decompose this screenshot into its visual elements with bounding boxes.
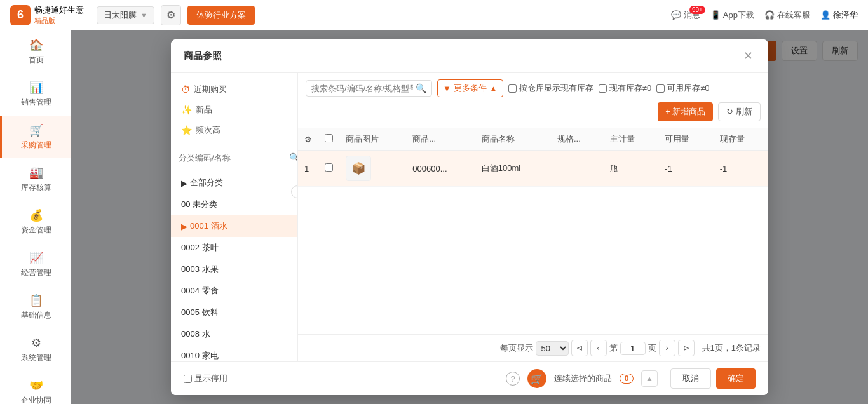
- help-icon[interactable]: ?: [506, 372, 520, 386]
- page-number-input[interactable]: [620, 342, 646, 355]
- footer-actions: 取消 确定: [670, 368, 756, 389]
- page-info: 共1页，1条记录: [702, 342, 761, 354]
- sidebar: 🏠 首页 📊 销售管理 🛒 采购管理 🏭 库存核算 💰 资金管理 📈 经营管理 …: [0, 30, 71, 404]
- sidebar-item-system[interactable]: ⚙ 系统管理: [0, 328, 71, 371]
- gear-icon: ⚙: [166, 9, 175, 21]
- service-item[interactable]: 🎧 在线客服: [764, 10, 810, 21]
- next-page-button[interactable]: ›: [659, 340, 675, 356]
- category-search: 🔍: [171, 147, 297, 168]
- sidebar-item-inventory[interactable]: 🏭 库存核算: [0, 158, 71, 201]
- row-unit: 瓶: [604, 151, 658, 187]
- sidebar-item-label: 采购管理: [21, 140, 51, 151]
- modal-close-button[interactable]: ✕: [740, 48, 756, 64]
- show-disabled-label[interactable]: 显示停用: [184, 373, 227, 384]
- nav-right: 💬 消息 99+ 📱 App下载 🎧 在线客服 👤 徐泽华: [671, 10, 858, 21]
- app-download-item[interactable]: 📱 App下载: [710, 10, 754, 21]
- th-unit[interactable]: 主计量: [604, 128, 658, 151]
- collapse-cart-button[interactable]: ▲: [641, 370, 658, 387]
- cancel-button[interactable]: 取消: [670, 368, 711, 389]
- product-search-icon[interactable]: 🔍: [416, 83, 426, 93]
- modal-overlay: 商品参照 ✕ ⏱ 近期购买 ✨ 新品: [71, 30, 868, 404]
- sidebar-item-label: 销售管理: [21, 97, 51, 108]
- sales-icon: 📊: [29, 81, 43, 95]
- add-product-button[interactable]: + 新增商品: [658, 102, 713, 121]
- new-icon: ✨: [181, 105, 192, 115]
- sidebar-item-enterprise[interactable]: 🤝 企业协同: [0, 371, 71, 404]
- sidebar-item-label: 首页: [29, 55, 44, 65]
- quick-item-new[interactable]: ✨ 新品: [171, 100, 297, 120]
- checkbox-warehouse[interactable]: 按仓库显示现有库存: [508, 83, 593, 94]
- sidebar-item-label: 基础信息: [21, 310, 51, 321]
- cat-item-1[interactable]: ▶ 0001 酒水: [171, 215, 297, 237]
- frequent-icon: ⭐: [181, 125, 192, 135]
- category-search-input[interactable]: [179, 153, 285, 163]
- th-image: 商品图片: [339, 128, 406, 151]
- available-checkbox[interactable]: [656, 84, 665, 93]
- cat-item-7[interactable]: 0010 家电: [171, 345, 297, 361]
- cat-item-4[interactable]: 0004 零食: [171, 280, 297, 302]
- sidebar-item-label: 经营管理: [21, 267, 51, 278]
- row-index: 1: [298, 151, 318, 187]
- recent-icon: ⏱: [181, 84, 190, 95]
- warehouse-checkbox[interactable]: [508, 84, 517, 93]
- pagination-bar: 每页显示 50 10 20 100 ⊲ ‹ 第 页: [298, 334, 768, 361]
- message-icon-item[interactable]: 💬 消息 99+: [671, 10, 700, 21]
- sidebar-item-label: 系统管理: [21, 353, 51, 363]
- first-page-button[interactable]: ⊲: [571, 340, 588, 356]
- sidebar-item-sales[interactable]: 📊 销售管理: [0, 73, 71, 116]
- category-panel: ⏱ 近期购买 ✨ 新品 ⭐ 频次高: [171, 73, 298, 361]
- filter-arrow-icon: ▲: [489, 84, 498, 93]
- sidebar-item-operations[interactable]: 📈 经营管理: [0, 243, 71, 286]
- quick-item-frequent[interactable]: ⭐ 频次高: [171, 120, 297, 140]
- modal-title: 商品参照: [184, 50, 222, 62]
- cart-button[interactable]: 🛒: [527, 369, 546, 388]
- checkbox-existing[interactable]: 现有库存≠0: [599, 83, 651, 94]
- row-available: -1: [658, 151, 713, 187]
- product-search-box: 🔍: [306, 80, 432, 97]
- quick-item-recent[interactable]: ⏱ 近期购买: [171, 79, 297, 100]
- cat-item-0[interactable]: 00 未分类: [171, 194, 297, 215]
- purchase-icon: 🛒: [29, 123, 43, 137]
- th-available[interactable]: 可用量: [658, 128, 713, 151]
- topnav: 6 畅捷通好生意 精品版 日太阳膜 ▼ ⚙ 体验行业方案 💬 消息 99+ 📱 …: [0, 0, 868, 30]
- product-toolbar: 🔍 ▼ 更多条件 ▲ 按仓库显示现有库存: [298, 73, 768, 128]
- cat-item-2[interactable]: 0002 茶叶: [171, 237, 297, 259]
- filter-icon: ▼: [443, 84, 451, 93]
- user-avatar[interactable]: 👤 徐泽华: [820, 10, 858, 21]
- per-page-select[interactable]: 50 10 20 100: [536, 341, 569, 356]
- experience-button[interactable]: 体验行业方案: [187, 6, 255, 25]
- select-all-checkbox[interactable]: [325, 134, 333, 142]
- row-select-checkbox[interactable]: [325, 163, 333, 172]
- existing-checkbox[interactable]: [599, 84, 607, 93]
- nav-dropdown[interactable]: 日太阳膜 ▼: [97, 6, 154, 24]
- cat-item-5[interactable]: 0005 饮料: [171, 302, 297, 323]
- sidebar-item-purchase[interactable]: 🛒 采购管理: [0, 116, 71, 158]
- prev-page-button[interactable]: ‹: [590, 340, 607, 356]
- more-filter-button[interactable]: ▼ 更多条件 ▲: [437, 79, 503, 97]
- sidebar-item-home[interactable]: 🏠 首页: [0, 30, 71, 73]
- th-stock[interactable]: 现存量: [714, 128, 768, 151]
- product-image: 📦: [346, 156, 371, 181]
- sidebar-item-label: 资金管理: [21, 225, 51, 236]
- product-search-input[interactable]: [311, 84, 413, 93]
- page-unit: 页: [648, 342, 656, 354]
- cat-item-6[interactable]: 0008 水: [171, 323, 297, 345]
- last-page-button[interactable]: ⊳: [678, 340, 695, 356]
- checkbox-available[interactable]: 可用库存≠0: [656, 83, 709, 94]
- confirm-button[interactable]: 确定: [716, 368, 756, 389]
- th-code[interactable]: 商品...: [406, 128, 475, 151]
- show-disabled-checkbox[interactable]: [184, 375, 192, 383]
- page-word: 第: [609, 342, 618, 354]
- cat-arrow-icon: ▶: [181, 178, 187, 188]
- sidebar-item-finance[interactable]: 💰 资金管理: [0, 201, 71, 243]
- category-search-icon[interactable]: 🔍: [289, 152, 298, 163]
- cat-item-3[interactable]: 0003 水果: [171, 259, 297, 280]
- cat-item-all[interactable]: ▶ 全部分类: [171, 172, 297, 194]
- logo-text: 畅捷通好生意 精品版: [34, 4, 84, 25]
- th-spec[interactable]: 规格...: [551, 128, 604, 151]
- refresh-button[interactable]: ↻ 刷新: [718, 102, 761, 121]
- th-name[interactable]: 商品名称: [475, 128, 551, 151]
- table-row[interactable]: 1 📦 000600... 白酒100ml 瓶: [298, 151, 768, 187]
- settings-button[interactable]: ⚙: [161, 5, 181, 25]
- sidebar-item-basic-info[interactable]: 📋 基础信息: [0, 286, 71, 328]
